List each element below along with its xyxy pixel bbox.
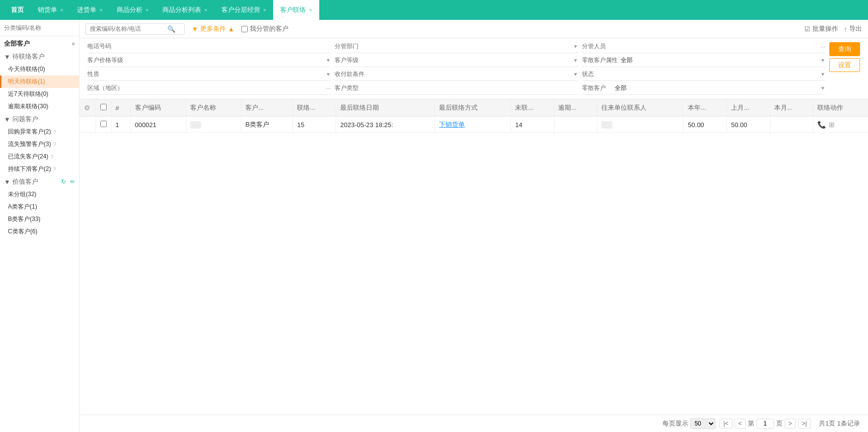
close-goods-analysis-list-icon[interactable]: × bbox=[204, 7, 207, 13]
action-phone-icon[interactable]: 📞 bbox=[817, 121, 826, 129]
page-size-select[interactable]: 50 100 200 bbox=[690, 418, 716, 429]
close-goods-analysis-icon[interactable]: × bbox=[145, 7, 148, 13]
refresh-value-icon[interactable]: ↻ bbox=[61, 178, 66, 185]
th-index: # bbox=[111, 99, 131, 117]
close-customer-tier-icon[interactable]: × bbox=[263, 7, 266, 13]
price-tier-dropdown-icon[interactable]: ▼ bbox=[326, 58, 331, 63]
sidebar-item-churn-warning[interactable]: 流失预警客户(3) ? bbox=[0, 138, 79, 150]
search-input[interactable] bbox=[90, 25, 164, 32]
filter-person: 分管人员 ··· bbox=[582, 42, 825, 53]
query-button[interactable]: 查询 bbox=[829, 42, 860, 56]
table-container: ⚙ # 客户编码 客户名称 客户... 联络... 最后联络日期 最后联络方式 … bbox=[79, 99, 868, 415]
filter-payment: 收付款条件 ▼ bbox=[335, 70, 578, 81]
filter-phone-input[interactable] bbox=[120, 43, 331, 50]
sidebar-item-declining[interactable]: 持续下滑客户(2) ? bbox=[0, 163, 79, 175]
sidebar-item-7days-pending[interactable]: 近7天待联络(0) bbox=[0, 88, 79, 100]
customer-tier-dropdown-icon[interactable]: ▼ bbox=[573, 58, 578, 63]
sidebar-item-ungrouped[interactable]: 未分组(32) bbox=[0, 188, 79, 201]
region-ellipsis-icon[interactable]: ··· bbox=[326, 85, 331, 92]
total-records-label: 共1页 1条记录 bbox=[819, 419, 860, 428]
next-page-button[interactable]: > bbox=[785, 419, 796, 429]
last-page-button[interactable]: >| bbox=[798, 419, 811, 429]
last-contact-link[interactable]: 下销货单 bbox=[439, 121, 465, 128]
nav-goods-analysis[interactable]: 商品分析 × bbox=[110, 0, 155, 20]
toolbar-right: ☑ 批量操作 ↑ 导出 bbox=[804, 24, 863, 33]
more-filters-button[interactable]: ▼ 更多条件 ▲ bbox=[189, 23, 237, 35]
filter-row-2: 客户价格等级 ▼ 客户等级 ▼ 零散客户属性 全部 ▼ bbox=[87, 56, 825, 67]
nav-purchase[interactable]: 进货单 × bbox=[70, 0, 109, 20]
th-last-month: 上月... bbox=[727, 99, 770, 117]
footer: 每页显示 50 100 200 |< < 第 页 > >| 共1页 1条记录 bbox=[79, 415, 868, 432]
nav-goods-analysis-list[interactable]: 商品分析列表 × bbox=[155, 0, 214, 20]
nav-sales[interactable]: 销货单 × bbox=[31, 0, 70, 20]
status-dropdown-icon[interactable]: ▼ bbox=[820, 72, 825, 77]
nav-home[interactable]: 首页 bbox=[4, 0, 31, 20]
sidebar-item-tomorrow-pending[interactable]: 明天待联络(1) bbox=[0, 75, 79, 88]
sidebar-item-overdue-pending[interactable]: 逾期未联络(30) bbox=[0, 100, 79, 113]
row-checkbox[interactable] bbox=[100, 121, 107, 127]
nature-dropdown-icon[interactable]: ▼ bbox=[326, 72, 331, 77]
my-customers-checkbox-label[interactable]: 我分管的客户 bbox=[241, 24, 289, 33]
export-icon: ↑ bbox=[844, 25, 848, 33]
table-settings-icon[interactable]: ⚙ bbox=[84, 104, 90, 112]
action-grid-icon[interactable]: ⊞ bbox=[829, 121, 835, 129]
my-customers-checkbox[interactable] bbox=[241, 26, 248, 32]
sidebar-item-b-class[interactable]: B类客户(33) bbox=[0, 213, 79, 225]
help-icon-3: ? bbox=[50, 154, 53, 160]
batch-op-button[interactable]: ☑ 批量操作 bbox=[804, 24, 838, 33]
page-nav: |< < 第 页 > >| bbox=[720, 419, 811, 429]
sidebar-item-repurchase-abnormal[interactable]: 回购异常客户(2) ? bbox=[0, 126, 79, 138]
td-gear bbox=[79, 117, 95, 133]
nav-customer-contact[interactable]: 客户联络 × bbox=[273, 0, 319, 20]
collapse-sidebar-icon[interactable]: « bbox=[72, 40, 75, 47]
set-button[interactable]: 设置 bbox=[829, 58, 860, 72]
edit-value-icon[interactable]: ✏ bbox=[70, 178, 75, 185]
retail-attr-dropdown-icon[interactable]: ▼ bbox=[820, 58, 825, 63]
close-sales-icon[interactable]: × bbox=[60, 7, 63, 13]
td-no-contact: 14 bbox=[511, 117, 554, 133]
th-this-month: 本月... bbox=[770, 99, 813, 117]
select-all-checkbox[interactable] bbox=[100, 104, 107, 110]
th-last-contact-date: 最后联络日期 bbox=[336, 99, 435, 117]
first-page-button[interactable]: |< bbox=[720, 419, 732, 429]
filter-region: 区域（地区） ··· bbox=[87, 84, 331, 95]
close-purchase-icon[interactable]: × bbox=[99, 7, 102, 13]
filter-nature: 性质 ▼ bbox=[87, 70, 331, 81]
th-contact-count: 联络... bbox=[293, 99, 336, 117]
td-name bbox=[186, 117, 241, 133]
td-this-month bbox=[770, 117, 813, 133]
th-overdue: 逾期... bbox=[554, 99, 597, 117]
th-code: 客户编码 bbox=[131, 99, 186, 117]
search-icon[interactable]: 🔍 bbox=[167, 25, 175, 33]
close-customer-contact-icon[interactable]: × bbox=[309, 7, 312, 13]
td-last-contact-date: 2023-05-23 18:25: bbox=[336, 117, 435, 133]
th-name: 客户名称 bbox=[186, 99, 241, 117]
td-this-year: 50.00 bbox=[684, 117, 727, 133]
help-icon-4: ? bbox=[53, 166, 56, 172]
td-type: B类客户 bbox=[241, 117, 293, 133]
td-contact-count: 15 bbox=[293, 117, 336, 133]
payment-dropdown-icon[interactable]: ▼ bbox=[573, 72, 578, 77]
filter-icon: ▼ bbox=[192, 25, 198, 33]
filter-panel: 电话号码 分管部门 ▼ 分管人员 ··· bbox=[79, 38, 868, 99]
filter-customer-tier: 客户等级 ▼ bbox=[335, 56, 578, 67]
export-button[interactable]: ↑ 导出 bbox=[844, 24, 863, 33]
dept-dropdown-icon[interactable]: ▼ bbox=[573, 44, 578, 49]
person-ellipsis-icon[interactable]: ··· bbox=[820, 43, 825, 50]
top-nav: 首页 销货单 × 进货单 × 商品分析 × 商品分析列表 × 客户分层经营 × … bbox=[0, 0, 868, 20]
filter-row-3: 性质 ▼ 收付款条件 ▼ 状态 ▼ bbox=[87, 70, 825, 81]
page-number-input[interactable] bbox=[756, 419, 774, 429]
sidebar-item-c-class[interactable]: C类客户(6) bbox=[0, 225, 79, 238]
nav-customer-tier[interactable]: 客户分层经营 × bbox=[215, 0, 273, 20]
th-unit-contact: 往来单位联系人 bbox=[597, 99, 684, 117]
th-type: 客户... bbox=[241, 99, 293, 117]
filter-dept: 分管部门 ▼ bbox=[335, 42, 578, 53]
action-icons: 📞 ⊞ bbox=[817, 121, 864, 129]
sidebar-search-input[interactable] bbox=[4, 24, 78, 31]
prev-page-button[interactable]: < bbox=[734, 419, 746, 429]
sidebar-item-churned[interactable]: 已流失客户(24) ? bbox=[0, 150, 79, 163]
retail-customer-dropdown-icon[interactable]: ▼ bbox=[820, 85, 825, 91]
th-checkbox bbox=[95, 99, 111, 117]
sidebar-item-today-pending[interactable]: 今天待联络(0) bbox=[0, 63, 79, 75]
sidebar-item-a-class[interactable]: A类客户(1) bbox=[0, 201, 79, 213]
